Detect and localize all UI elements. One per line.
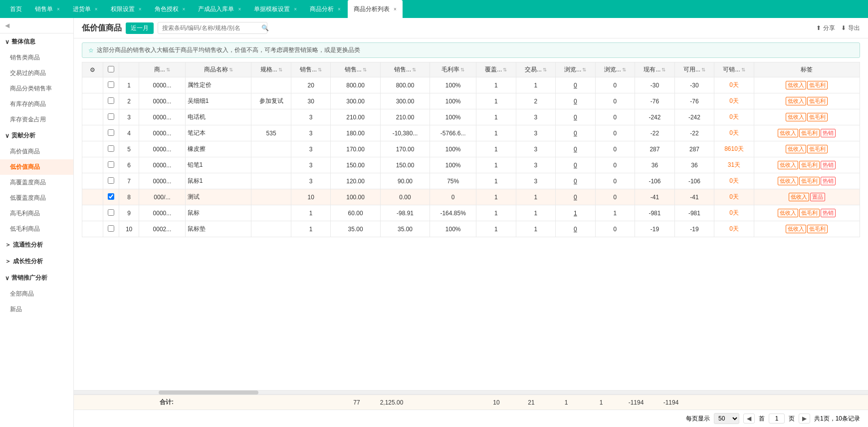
nav-product-analysis-list[interactable]: 商品分析列表 × bbox=[348, 0, 403, 18]
search-icon[interactable]: 🔍 bbox=[261, 24, 269, 31]
col-current[interactable]: 现有...⇅ bbox=[635, 62, 675, 77]
nav-permission[interactable]: 权限设置 × bbox=[105, 0, 148, 18]
nav-product-analysis[interactable]: 商品分析 × bbox=[304, 0, 347, 18]
cell-current: -22 bbox=[635, 125, 675, 141]
row-checkbox[interactable] bbox=[108, 113, 114, 120]
sidebar-group-growth[interactable]: ＞ 成长性分析 bbox=[0, 253, 73, 270]
cell-checkbox[interactable] bbox=[103, 109, 119, 125]
row-checkbox[interactable] bbox=[108, 145, 114, 152]
col-salable[interactable]: 可销...⇅ bbox=[714, 62, 754, 77]
cell-checkbox[interactable] bbox=[103, 141, 119, 157]
nav-close-icon[interactable]: × bbox=[238, 6, 241, 12]
scrollbar-thumb[interactable] bbox=[159, 391, 258, 395]
col-browse2[interactable]: 浏览...⇅ bbox=[595, 62, 635, 77]
sidebar-item-low-value[interactable]: 低价值商品 bbox=[0, 159, 73, 175]
nav-close-icon[interactable]: × bbox=[294, 6, 297, 12]
data-table-container[interactable]: ⚙ 商...⇅ 商品名称⇅ 规格...⇅ 销售...⇅ 销售...⇅ 销售...… bbox=[74, 62, 868, 390]
row-checkbox[interactable] bbox=[108, 97, 114, 104]
col-tags[interactable]: 标签 bbox=[754, 62, 860, 77]
nav-close-icon[interactable]: × bbox=[95, 6, 98, 12]
row-checkbox[interactable] bbox=[108, 177, 114, 184]
next-page-btn[interactable]: ▶ bbox=[799, 414, 810, 424]
col-sale3[interactable]: 销售...⇅ bbox=[380, 62, 430, 77]
row-checkbox[interactable] bbox=[108, 209, 114, 216]
nav-template-settings[interactable]: 单据模板设置 × bbox=[248, 0, 303, 18]
browse1-link[interactable]: 0 bbox=[574, 178, 577, 185]
sidebar-item-low-coverage[interactable]: 低覆盖度商品 bbox=[0, 190, 73, 206]
nav-close-icon[interactable]: × bbox=[57, 6, 60, 12]
cell-checkbox[interactable] bbox=[103, 125, 119, 141]
cell-checkbox[interactable] bbox=[103, 205, 119, 221]
col-sale1[interactable]: 销售...⇅ bbox=[291, 62, 331, 77]
page-size-select[interactable]: 50 100 bbox=[714, 413, 739, 424]
cell-checkbox[interactable] bbox=[103, 93, 119, 109]
nav-role-auth[interactable]: 角色授权 × bbox=[149, 0, 192, 18]
row-checkbox[interactable] bbox=[108, 161, 114, 168]
share-button[interactable]: ⬆ 分享 bbox=[816, 24, 835, 32]
nav-product-inbound[interactable]: 产成品入库单 × bbox=[192, 0, 247, 18]
row-checkbox[interactable] bbox=[108, 129, 114, 136]
sidebar-group-marketing[interactable]: ∨ 营销推广分析 bbox=[0, 270, 73, 286]
col-name[interactable]: 商品名称⇅ bbox=[185, 62, 251, 77]
sidebar-collapse-btn[interactable]: ◀ bbox=[5, 22, 9, 29]
browse1-link[interactable]: 0 bbox=[574, 194, 577, 201]
cell-checkbox[interactable] bbox=[103, 221, 119, 237]
sidebar-item-category-sales-rate[interactable]: 商品分类销售率 bbox=[0, 81, 73, 96]
page-number-input[interactable] bbox=[769, 414, 785, 424]
col-settings[interactable]: ⚙ bbox=[82, 62, 103, 77]
sidebar-item-high-value[interactable]: 高价值商品 bbox=[0, 144, 73, 159]
col-sale2[interactable]: 销售...⇅ bbox=[331, 62, 380, 77]
sidebar-item-traded-products[interactable]: 交易过的商品 bbox=[0, 65, 73, 81]
browse1-link[interactable]: 0 bbox=[574, 162, 577, 169]
browse1-link[interactable]: 0 bbox=[574, 146, 577, 153]
col-browse1[interactable]: 浏览...⇅ bbox=[556, 62, 596, 77]
filter-period-btn[interactable]: 近一月 bbox=[126, 22, 154, 34]
sidebar-item-stocked-products[interactable]: 有库存的商品 bbox=[0, 96, 73, 112]
sidebar-item-inventory-capital[interactable]: 库存资金占用 bbox=[0, 112, 73, 127]
sidebar-item-high-coverage[interactable]: 高覆盖度商品 bbox=[0, 175, 73, 190]
col-checkbox[interactable] bbox=[103, 62, 119, 77]
nav-purchase-order[interactable]: 进货单 × bbox=[67, 0, 104, 18]
browse1-link[interactable]: 0 bbox=[574, 226, 577, 233]
select-all-checkbox[interactable] bbox=[108, 66, 114, 72]
cell-checkbox[interactable] bbox=[103, 189, 119, 205]
nav-close-icon[interactable]: × bbox=[338, 6, 341, 12]
browse1-link[interactable]: 1 bbox=[574, 210, 577, 217]
browse1-link[interactable]: 0 bbox=[574, 114, 577, 121]
first-page-btn[interactable]: ◀ bbox=[743, 414, 755, 424]
cell-salable: 0天 bbox=[714, 205, 754, 221]
nav-close-icon[interactable]: × bbox=[139, 6, 142, 12]
browse1-link[interactable]: 0 bbox=[574, 82, 577, 89]
search-input[interactable] bbox=[158, 22, 267, 34]
col-trade[interactable]: 交易...⇅ bbox=[516, 62, 556, 77]
nav-close-icon[interactable]: × bbox=[394, 6, 397, 12]
sidebar-item-low-margin[interactable]: 低毛利商品 bbox=[0, 221, 73, 237]
nav-close-icon[interactable]: × bbox=[183, 6, 186, 12]
sidebar-group-contribution[interactable]: ∨ 贡献分析 bbox=[0, 127, 73, 144]
cell-checkbox[interactable] bbox=[103, 173, 119, 189]
browse1-link[interactable]: 0 bbox=[574, 98, 577, 105]
nav-sales-order[interactable]: 销售单 × bbox=[29, 0, 66, 18]
sidebar-group-circulation[interactable]: ＞ 流通性分析 bbox=[0, 237, 73, 253]
col-margin[interactable]: 毛利率⇅ bbox=[430, 62, 476, 77]
sidebar-item-new-products[interactable]: 新品 bbox=[0, 302, 73, 317]
cell-checkbox[interactable] bbox=[103, 77, 119, 93]
col-spec[interactable]: 规格...⇅ bbox=[251, 62, 291, 77]
col-code[interactable]: 商...⇅ bbox=[139, 62, 185, 77]
sidebar-item-sales-products[interactable]: 销售类商品 bbox=[0, 50, 73, 65]
row-checkbox[interactable] bbox=[108, 81, 114, 88]
horizontal-scrollbar[interactable] bbox=[74, 390, 868, 394]
nav-home[interactable]: 首页 bbox=[4, 0, 28, 18]
sidebar-item-all-products[interactable]: 全部商品 bbox=[0, 286, 73, 302]
browse1-link[interactable]: 0 bbox=[574, 130, 577, 137]
export-button[interactable]: ⬇ 导出 bbox=[841, 24, 860, 32]
row-checkbox[interactable] bbox=[108, 193, 114, 200]
col-available[interactable]: 可用...⇅ bbox=[674, 62, 714, 77]
sidebar-group-overall[interactable]: ∨ 整体信息 bbox=[0, 33, 73, 50]
table-row: 2 0000... 吴细细1 参加复试 30 300.00 300.00 100… bbox=[82, 93, 860, 109]
cell-checkbox[interactable] bbox=[103, 157, 119, 173]
sidebar-item-high-margin[interactable]: 高毛利商品 bbox=[0, 206, 73, 221]
row-checkbox[interactable] bbox=[108, 225, 114, 232]
cell-browse1: 0 bbox=[556, 109, 596, 125]
col-cover[interactable]: 覆盖...⇅ bbox=[476, 62, 516, 77]
